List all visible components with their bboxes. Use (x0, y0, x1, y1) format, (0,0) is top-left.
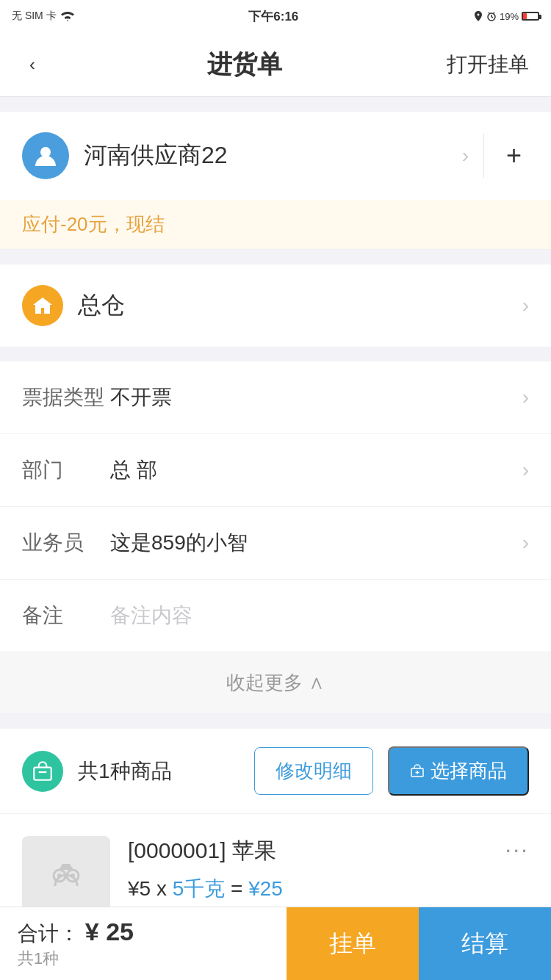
svg-line-2 (491, 17, 493, 18)
total-count: 共1种 (18, 948, 269, 970)
total-amount: ¥ 25 (85, 918, 134, 945)
warehouse-icon (22, 285, 63, 326)
select-product-label: 选择商品 (431, 758, 507, 784)
svg-rect-6 (34, 767, 51, 779)
ticket-type-label: 票据类型 (22, 383, 110, 411)
edit-detail-button[interactable]: 修改明细 (254, 747, 373, 795)
open-hang-button[interactable]: 打开挂单 (447, 51, 529, 79)
salesperson-label: 业务员 (22, 529, 110, 557)
price-equals: = (225, 877, 248, 900)
product-header: 共1种商品 修改明细 选择商品 (0, 729, 551, 813)
svg-point-5 (40, 147, 51, 157)
page-title: 进货单 (207, 48, 282, 82)
warehouse-chevron-icon: › (522, 294, 529, 317)
ticket-type-row[interactable]: 票据类型 不开票 › (0, 361, 551, 434)
product-title: 苹果 (232, 838, 276, 862)
hang-button[interactable]: 挂单 (287, 907, 419, 980)
ticket-type-value: 不开票 (110, 383, 522, 411)
person-icon (32, 143, 59, 169)
salesperson-chevron-icon: › (522, 531, 529, 555)
remark-label: 备注 (22, 602, 110, 630)
remark-value[interactable]: 备注内容 (110, 602, 529, 630)
nav-bar: ‹ 进货单 打开挂单 (0, 32, 551, 97)
supplier-section: 河南供应商22 › + (0, 112, 551, 200)
alarm-icon (486, 11, 497, 21)
remark-row[interactable]: 备注 备注内容 (0, 580, 551, 652)
battery-icon (522, 12, 539, 21)
section-gap-4 (0, 713, 551, 728)
section-gap-1 (0, 97, 551, 112)
status-carrier: 无 SIM 卡 (12, 10, 74, 23)
section-gap-2 (0, 249, 551, 264)
ticket-chevron-icon: › (522, 386, 529, 409)
salesperson-value: 这是859的小智 (110, 529, 522, 557)
notice-text: 应付-20元，现结 (22, 213, 165, 235)
warehouse-name: 总仓 (78, 289, 522, 322)
warehouse-row[interactable]: 总仓 › (0, 264, 551, 347)
total-label: 合计： (18, 922, 79, 945)
total-line: 合计： ¥ 25 (18, 918, 269, 948)
department-value: 总 部 (110, 456, 522, 484)
battery-percent: 19% (500, 11, 519, 22)
salesperson-row[interactable]: 业务员 这是859的小智 › (0, 507, 551, 580)
product-name: [0000001] 苹果 (128, 836, 487, 866)
department-label: 部门 (22, 456, 110, 484)
price-unit: ¥5 x (128, 877, 173, 900)
home-icon (32, 295, 54, 317)
product-code: [0000001] (128, 838, 232, 862)
supplier-name[interactable]: 河南供应商22 (84, 140, 462, 172)
section-gap-3 (0, 347, 551, 361)
back-button[interactable]: ‹ (22, 47, 43, 82)
chevron-right-icon: › (462, 144, 469, 167)
add-button[interactable]: + (499, 133, 529, 179)
more-options-button[interactable]: ··· (505, 836, 529, 863)
shopping-icon (31, 760, 54, 783)
product-count: 共1种商品 (78, 757, 240, 785)
status-time: 下午6:16 (248, 8, 298, 25)
product-quantity: 5千克 (173, 877, 226, 900)
product-info: [0000001] 苹果 ¥5 x 5千克 = ¥25 (128, 836, 487, 903)
owl-logo (44, 858, 88, 902)
status-right: 19% (473, 11, 539, 22)
department-chevron-icon: › (522, 458, 529, 482)
supplier-row: 河南供应商22 › + (22, 112, 529, 200)
select-product-button[interactable]: 选择商品 (388, 746, 529, 796)
department-row[interactable]: 部门 总 部 › (0, 434, 551, 507)
collapse-bar[interactable]: 收起更多 ∧ (0, 652, 551, 713)
supplier-avatar (22, 132, 69, 179)
collapse-label: 收起更多 ∧ (226, 671, 324, 693)
product-total: ¥25 (248, 877, 283, 900)
bottom-bar: 合计： ¥ 25 共1种 挂单 结算 (0, 907, 551, 980)
checkout-button[interactable]: 结算 (419, 907, 551, 980)
product-price: ¥5 x 5千克 = ¥25 (128, 875, 487, 903)
total-section: 合计： ¥ 25 共1种 (0, 907, 287, 980)
cart-icon (410, 764, 425, 779)
carrier-text: 无 SIM 卡 (12, 10, 57, 23)
vertical-divider (483, 134, 484, 178)
notice-bar: 应付-20元，现结 (0, 200, 551, 249)
status-bar: 无 SIM 卡 下午6:16 19% (0, 0, 551, 32)
location-icon (473, 11, 483, 21)
wifi-icon (61, 11, 74, 21)
product-icon (22, 751, 63, 792)
form-section: 票据类型 不开票 › 部门 总 部 › 业务员 这是859的小智 › 备注 备注… (0, 361, 551, 652)
